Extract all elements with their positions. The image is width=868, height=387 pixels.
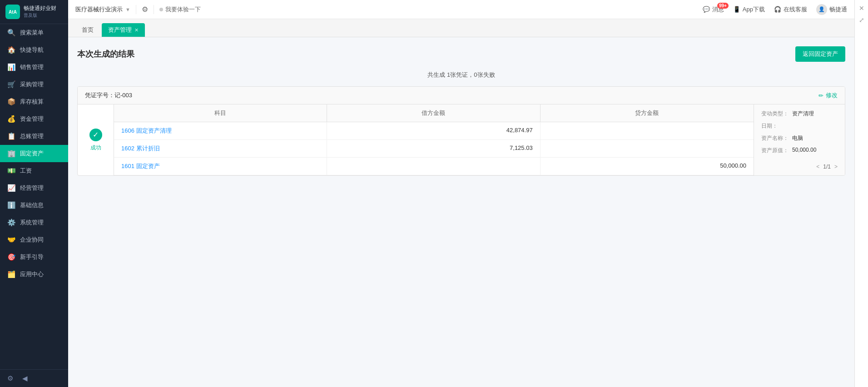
app-logo-text: 畅捷通好业财 普及版 (24, 5, 56, 19)
sidebar-item-system[interactable]: ⚙️ 系统管理 (0, 214, 68, 231)
table-row: 1602 累计折旧 7,125.03 (114, 140, 754, 158)
avatar: 👤 (816, 4, 827, 15)
voucher-table: 科目 借方金额 贷方金额 1606 固定资产清理 42,874.97 1602 … (114, 104, 754, 175)
app-download-label: App下载 (743, 5, 765, 14)
info-icon: ℹ️ (7, 201, 15, 209)
voucher-side-info: 变动类型： 资产清理 日期： 资产名称： 电脑 资产原值： 50,000.00 (754, 104, 845, 175)
sidebar-item-label: 经营管理 (20, 184, 44, 192)
sidebar-item-business[interactable]: 📈 经营管理 (0, 179, 68, 197)
sidebar-item-funds[interactable]: 💰 资金管理 (0, 110, 68, 128)
online-service-button[interactable]: 🎧 在线客服 (774, 5, 807, 14)
expand-panel-button[interactable]: ⤢ (859, 16, 864, 24)
result-summary: 共生成 1张凭证，0张失败 (77, 71, 845, 79)
tab-home-label: 首页 (82, 26, 94, 34)
edit-button[interactable]: ✏ 修改 (818, 91, 838, 99)
sidebar-item-ledger[interactable]: 📋 总账管理 (0, 128, 68, 145)
row3-account: 1601 固定资产 (114, 158, 327, 175)
next-page-button[interactable]: > (834, 164, 838, 170)
change-type-value: 资产清理 (792, 110, 814, 118)
sidebar: AtA 畅捷通好业财 普及版 🔍 搜索菜单 🏠 快捷导航 📊 销售管理 🛒 采购… (0, 0, 68, 387)
voucher-header: 凭证字号：记-003 ✏ 修改 (78, 87, 845, 104)
sidebar-item-label: 应用中心 (20, 270, 44, 278)
edit-label: 修改 (826, 91, 838, 99)
experience-button[interactable]: 我要体验一下 (159, 5, 201, 14)
user-profile[interactable]: 👤 畅捷通 (816, 4, 847, 15)
messages-button[interactable]: 💬 消息 99+ (703, 5, 724, 14)
dot-icon (159, 8, 163, 11)
sidebar-item-label: 新手引导 (20, 253, 44, 261)
tab-asset-mgmt[interactable]: 资产管理 ✕ (102, 23, 145, 37)
sidebar-footer: ⚙ ◀ (0, 369, 68, 387)
change-type-label: 变动类型： (761, 110, 789, 118)
phone-icon: 📱 (733, 6, 740, 13)
sidebar-item-basic[interactable]: ℹ️ 基础信息 (0, 197, 68, 214)
online-service-label: 在线客服 (784, 5, 807, 14)
right-panel: ✕ ⤢ (854, 0, 868, 387)
messages-badge: 99+ (717, 3, 729, 9)
cart-icon: 🛒 (7, 80, 15, 89)
tabbar: 首页 资产管理 ✕ (68, 19, 854, 37)
row1-debit: 42,874.97 (327, 122, 540, 139)
sidebar-item-label: 企业协同 (20, 236, 44, 244)
row3-credit: 50,000.00 (541, 158, 754, 175)
original-value-value: 50,000.00 (792, 147, 816, 154)
ledger-icon: 📋 (7, 132, 15, 140)
info-original-value: 资产原值： 50,000.00 (761, 147, 838, 154)
asset-name-value: 电脑 (792, 134, 803, 142)
prev-page-button[interactable]: < (816, 164, 819, 170)
main-area: 医疗器械行业演示 ▼ ⚙ 我要体验一下 💬 消息 99+ 📱 App下载 🎧 在… (68, 0, 854, 387)
company-name: 医疗器械行业演示 (75, 5, 123, 14)
sidebar-item-label: 采购管理 (20, 80, 44, 89)
payroll-icon: 💵 (7, 167, 15, 175)
business-icon: 📈 (7, 184, 15, 192)
settings-icon[interactable]: ⚙ (142, 5, 148, 14)
chevron-down-icon: ▼ (125, 7, 130, 12)
tab-home[interactable]: 首页 (75, 23, 100, 37)
sidebar-item-label: 库存核算 (20, 98, 44, 106)
sidebar-item-search[interactable]: 🔍 搜索菜单 (0, 24, 68, 41)
sidebar-item-purchase[interactable]: 🛒 采购管理 (0, 76, 68, 93)
sidebar-item-appstore[interactable]: 🗂️ 应用中心 (0, 266, 68, 283)
content-area: 本次生成的结果 返回固定资产 共生成 1张凭证，0张失败 凭证字号：记-003 … (68, 37, 854, 387)
collapse-icon[interactable]: ◀ (22, 374, 28, 382)
target-icon: 🎯 (7, 253, 15, 261)
sidebar-item-guide[interactable]: 🎯 新手引导 (0, 248, 68, 266)
row3-debit (327, 158, 540, 175)
return-button[interactable]: 返回固定资产 (795, 46, 845, 62)
app-logo-icon: AtA (5, 5, 20, 19)
experience-label: 我要体验一下 (165, 5, 201, 14)
date-label: 日期： (761, 122, 778, 130)
col-account: 科目 (114, 104, 327, 122)
sidebar-item-label: 固定资产 (20, 149, 44, 158)
handshake-icon: 🤝 (7, 236, 15, 244)
close-icon[interactable]: ✕ (134, 27, 139, 33)
company-selector[interactable]: 医疗器械行业演示 ▼ (75, 5, 130, 14)
sidebar-item-label: 销售管理 (20, 63, 44, 71)
sidebar-item-label: 基础信息 (20, 201, 44, 209)
tab-asset-mgmt-label: 资产管理 (108, 26, 132, 34)
topbar-right: 💬 消息 99+ 📱 App下载 🎧 在线客服 👤 畅捷通 (703, 4, 847, 15)
appstore-icon: 🗂️ (7, 270, 15, 278)
page-header: 本次生成的结果 返回固定资产 (77, 46, 845, 62)
app-download-button[interactable]: 📱 App下载 (733, 5, 765, 14)
asset-name-label: 资产名称： (761, 134, 789, 142)
search-icon: 🔍 (7, 29, 15, 37)
sidebar-item-payroll[interactable]: 💵 工资 (0, 162, 68, 179)
settings-icon[interactable]: ⚙ (7, 374, 13, 382)
sidebar-item-label: 资金管理 (20, 115, 44, 123)
box-icon: 📦 (7, 98, 15, 106)
sidebar-item-inventory[interactable]: 📦 库存核算 (0, 93, 68, 110)
sidebar-item-sales[interactable]: 📊 销售管理 (0, 59, 68, 76)
table-row: 1601 固定资产 50,000.00 (114, 158, 754, 175)
sidebar-item-quicknav[interactable]: 🏠 快捷导航 (0, 41, 68, 59)
close-panel-button[interactable]: ✕ (859, 5, 864, 12)
building-icon: 🏢 (7, 149, 15, 158)
sidebar-item-fixed-assets[interactable]: 🏢 固定资产 (0, 145, 68, 162)
success-indicator: ✓ 成功 (78, 104, 114, 175)
success-text: 成功 (90, 144, 101, 152)
sidebar-item-enterprise[interactable]: 🤝 企业协同 (0, 231, 68, 248)
topbar-divider2 (154, 5, 154, 14)
message-icon: 💬 (703, 6, 710, 13)
table-header: 科目 借方金额 贷方金额 (114, 104, 754, 122)
money-icon: 💰 (7, 115, 15, 123)
